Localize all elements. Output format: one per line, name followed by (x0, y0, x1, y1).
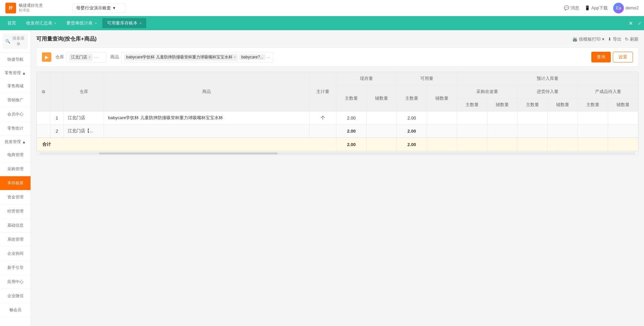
tab-available-stock[interactable]: 可用量库存账本 × (102, 18, 146, 28)
scrollbar-thumb[interactable] (99, 152, 278, 154)
table-footer-row: 合计 2.00 2.00 (37, 138, 638, 151)
order-stats-label: 要货单统计表 (66, 20, 93, 26)
cell-stock-main-2: 2.00 (336, 125, 367, 138)
goods-label: 商品 (110, 54, 119, 60)
cell-purchase-aux-2 (487, 125, 518, 138)
cell-no-2: 2 (50, 125, 64, 138)
tab-close-available-stock[interactable]: × (140, 21, 142, 25)
settings-btn[interactable]: 设置 (613, 52, 633, 62)
export-btn[interactable]: ⬇ 导出 (608, 36, 622, 42)
cell-product-main-2 (578, 125, 608, 138)
th-settings[interactable]: ⚙ (37, 72, 50, 111)
cell-avail-aux-2 (427, 125, 457, 138)
tab-close-stock-summary[interactable]: × (54, 21, 56, 25)
sidebar-label-retail-mgmt: 零售管理 (5, 70, 21, 76)
sidebar-item-quick-nav[interactable]: 快捷导航 (0, 53, 31, 67)
sidebar-item-inventory[interactable]: 库存核算 (0, 176, 31, 190)
sidebar-item-purchase[interactable]: 采购管理 (0, 162, 31, 176)
warehouse-tag-close[interactable]: × (89, 55, 91, 59)
table-scrollbar[interactable] (37, 151, 638, 155)
close-all-tabs[interactable]: ✕ (626, 20, 636, 27)
main-layout: 🔍 搜索菜单 快捷导航 零售管理 ▲ 零售商城 营销推广 会员中心 零售统计 批… (0, 30, 644, 326)
query-btn[interactable]: 查询 (591, 52, 611, 62)
warehouse-value[interactable]: 江北门店 × ··· (66, 52, 106, 62)
cell-settings-2 (37, 125, 50, 138)
th-main-unit: 主计量 (310, 72, 336, 111)
footer-incoming-main (518, 138, 548, 151)
export-icon: ⬇ (608, 37, 611, 42)
industry-select[interactable]: 母婴行业演示账套 ▾ (72, 3, 126, 13)
warehouse-tag: 江北门店 × (69, 54, 93, 61)
filter-toggle-btn[interactable]: ▶ (42, 52, 51, 62)
cell-incoming-aux-2 (548, 125, 578, 138)
tab-stock-summary[interactable]: 收发存汇总表 × (21, 18, 61, 28)
goods-tag1-close[interactable]: × (234, 55, 236, 59)
th-current-stock: 现存量 (336, 72, 397, 85)
cell-goods-1: babycare学饮杯 儿童防摔防撞吸管杯重力球吸嘴杯宝宝水杯 (104, 111, 310, 125)
warehouse-more[interactable]: ··· (94, 55, 98, 60)
sidebar-item-wechat[interactable]: 企业微信 (0, 289, 31, 303)
cell-incoming-aux-1 (548, 111, 578, 125)
logo-sub: 标准版 (19, 8, 43, 13)
sidebar-item-retail-mgmt[interactable]: 零售管理 ▲ (0, 67, 31, 79)
tab-order-stats[interactable]: 要货单统计表 × (62, 18, 101, 28)
sidebar-item-operations[interactable]: 经营管理 (0, 204, 31, 219)
sidebar-item-member2[interactable]: 畅会员 (0, 303, 31, 317)
message-icon: 💬 (564, 5, 569, 10)
goods-more[interactable]: ··· (267, 55, 270, 60)
expand-btn[interactable]: ⤢ (638, 21, 641, 26)
cell-settings-1 (37, 111, 50, 125)
sidebar-item-finance[interactable]: 资金管理 (0, 190, 31, 204)
app-download-btn[interactable]: 📱 App下载 (585, 5, 608, 11)
home-tab-label: 首页 (7, 20, 16, 26)
sidebar-item-ecommerce[interactable]: 电商管理 (0, 148, 31, 162)
th-product-main: 主数量 (578, 98, 608, 111)
sidebar-item-retail-stats[interactable]: 零售统计 (0, 122, 31, 136)
th-purchase-in: 采购在途量 (457, 85, 518, 98)
th-avail-aux: 辅数量 (427, 85, 457, 111)
logo-text: 畅捷通好生意 (19, 3, 43, 8)
th-avail-main: 主数量 (397, 85, 427, 111)
user-menu[interactable]: Ea demo2 (613, 3, 639, 13)
footer-stock-aux (367, 138, 397, 151)
sidebar-item-marketing[interactable]: 营销推广 (0, 93, 31, 107)
footer-purchase-main (457, 138, 487, 151)
sidebar-item-app-center[interactable]: 应用中心 (0, 275, 31, 289)
cell-avail-aux-1 (427, 111, 457, 125)
stock-summary-label: 收发存汇总表 (26, 20, 52, 26)
cell-avail-main-2: 2.00 (397, 125, 427, 138)
sidebar-item-basic-info[interactable]: 基础信息 (0, 219, 31, 233)
data-table: ⚙ 仓库 商品 主计量 现存量 可用量 预计入库量 主数量 辅数量 主数量 辅数… (36, 72, 639, 155)
cell-unit-1: 个 (310, 111, 336, 125)
sidebar-item-system[interactable]: 系统管理 (0, 233, 31, 247)
search-menu-btn[interactable]: 🔍 搜索菜单 (3, 34, 28, 49)
refresh-btn[interactable]: ↻ 刷新 (625, 36, 639, 42)
cell-stock-aux-1 (367, 111, 397, 125)
print-btn[interactable]: 🖨️ 按模板打印 ▾ (572, 36, 604, 42)
sidebar-item-newbie[interactable]: 新手引导 (0, 261, 31, 275)
nav-tabs: 首页 收发存汇总表 × 要货单统计表 × 可用量库存账本 × ✕ ⤢ (0, 16, 644, 30)
sidebar-item-wholesale-mgmt[interactable]: 批发管理 ▲ (0, 136, 31, 148)
tab-close-order-stats[interactable]: × (95, 21, 97, 25)
message-btn[interactable]: 💬 消息 (564, 5, 579, 11)
goods-tag-1: babycare学饮杯 儿童防摔防撞吸管杯重力球吸嘴杯宝宝水杯 × (124, 54, 238, 61)
cell-warehouse-1: 江北门店 (64, 111, 104, 125)
sidebar-item-enterprise[interactable]: 企业协同 (0, 247, 31, 261)
table-row: 2 江北门店【... 2.00 2.00 (37, 125, 638, 138)
goods-value[interactable]: babycare学饮杯 儿童防摔防撞吸管杯重力球吸嘴杯宝宝水杯 × babyca… (121, 52, 273, 62)
cell-goods-2 (104, 125, 310, 138)
sidebar-item-retail-mall[interactable]: 零售商城 (0, 79, 31, 93)
filter-bar: ▶ 仓库 江北门店 × ··· 商品 babycare学饮杯 儿童防摔防撞吸管杯… (36, 47, 639, 67)
th-stock-aux: 辅数量 (367, 85, 397, 111)
warehouse-filter: 仓库 江北门店 × ··· (55, 52, 106, 62)
footer-avail-main: 2.00 (397, 138, 427, 151)
footer-product-aux (608, 138, 638, 151)
content-area: 可用量查询(按仓库+商品) 🖨️ 按模板打印 ▾ ⬇ 导出 ↻ 刷新 ▶ (31, 30, 644, 326)
cell-incoming-main-2 (518, 125, 548, 138)
goods-tag-2: babycare?... (239, 54, 265, 60)
chevron-icon-2: ▲ (22, 140, 26, 144)
page-title: 可用量查询(按仓库+商品) (36, 36, 97, 43)
sidebar-item-member[interactable]: 会员中心 (0, 107, 31, 122)
tab-home[interactable]: 首页 (3, 18, 21, 28)
th-available: 可用量 (397, 72, 457, 85)
